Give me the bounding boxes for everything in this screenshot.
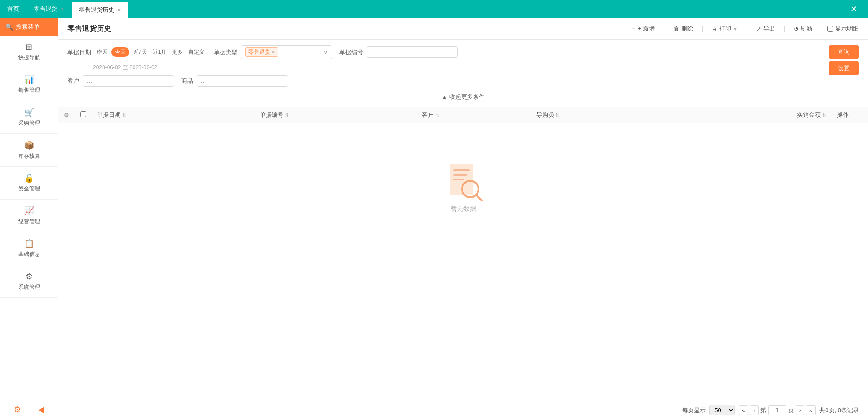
first-page-btn[interactable]: «: [739, 405, 748, 415]
search-menu[interactable]: 🔍 搜索菜单: [0, 18, 58, 36]
last-page-btn[interactable]: »: [806, 405, 816, 415]
total-info: 共0页, 0条记录: [819, 406, 859, 415]
col-settings: ⚙: [58, 107, 75, 123]
date-btn-7days[interactable]: 近7天: [131, 47, 149, 57]
pagination: 每页显示 50 100 200 « ‹ 第 页 › » 共0页, 0条记录: [58, 400, 868, 420]
goods-input[interactable]: ...: [197, 75, 288, 87]
tab-retail-return-history[interactable]: 零售退货历史 ✕: [72, 2, 128, 18]
new-icon: ＋: [630, 25, 636, 33]
sidebar-item-system[interactable]: ⚙ 系统管理: [0, 265, 58, 298]
content-area: 零售退货历史 ＋ + 新增 🗑 删除 🖨 打印 ▼: [58, 18, 868, 420]
table-settings-icon[interactable]: ⚙: [64, 112, 69, 118]
set-button[interactable]: 设置: [829, 61, 859, 75]
new-button[interactable]: ＋ + 新增: [627, 23, 658, 35]
voucher-type-tag-label: 零售退货: [248, 48, 270, 56]
col-guide[interactable]: 导购员 ⇅: [531, 107, 669, 123]
sidebar-item-finance-label: 资金管理: [18, 185, 40, 193]
svg-point-6: [466, 184, 469, 188]
print-button[interactable]: 🖨 打印 ▼: [708, 23, 741, 35]
col-voucher-date[interactable]: 单据日期 ⇅: [92, 107, 254, 123]
table-area: ⚙ 单据日期 ⇅ 单据编号 ⇅: [58, 107, 868, 400]
operations-icon: 📈: [24, 206, 34, 216]
tab-retail-return[interactable]: 零售退货 ✕: [26, 0, 72, 18]
sidebar-item-inventory-label: 库存核算: [18, 152, 40, 160]
sidebar-item-purchase-mgmt-label: 采购管理: [18, 119, 40, 127]
show-detail-checkbox[interactable]: [827, 26, 833, 32]
delete-button[interactable]: 🗑 删除: [670, 23, 697, 35]
col-guide-sort: ⇅: [555, 113, 559, 118]
voucher-no-input[interactable]: [367, 46, 458, 58]
date-range-display: 2023-06-02 至 2023-06-02: [93, 64, 820, 72]
collapse-label: 收起更多条件: [449, 93, 485, 101]
date-btn-1month[interactable]: 近1月: [151, 47, 169, 57]
filter-voucher-no: 单据编号: [339, 46, 458, 58]
col-actual-amount-label: 实销金额: [797, 111, 821, 118]
col-action: 操作: [832, 107, 868, 123]
tab-retail-return-close[interactable]: ✕: [60, 6, 64, 12]
date-btn-yesterday[interactable]: 昨天: [95, 47, 109, 57]
filter-row-1: 单据日期 昨天 今天 近7天 近1月 更多 自定义: [67, 45, 820, 59]
collapse-row: ▲ 收起更多条件: [67, 93, 859, 101]
table-header: ⚙ 单据日期 ⇅ 单据编号 ⇅: [58, 107, 868, 123]
sidebar-item-quick-nav[interactable]: ⊞ 快捷导航: [0, 36, 58, 68]
page-number-input[interactable]: [768, 405, 786, 415]
customer-input[interactable]: ...: [83, 75, 174, 87]
divider-5: [822, 26, 822, 32]
data-table: ⚙ 单据日期 ⇅ 单据编号 ⇅: [58, 107, 868, 123]
voucher-type-select[interactable]: 零售退货 ✕ ∨: [241, 45, 332, 59]
sidebar-item-purchase-mgmt[interactable]: 🛒 采购管理: [0, 101, 58, 134]
query-button[interactable]: 查询: [829, 45, 859, 59]
tab-retail-return-history-close[interactable]: ✕: [117, 7, 121, 13]
svg-rect-2: [453, 174, 467, 176]
page-header: 零售退货历史 ＋ + 新增 🗑 删除 🖨 打印 ▼: [58, 18, 868, 40]
refresh-label: 刷新: [801, 25, 812, 33]
sidebar-item-operations-label: 经营管理: [18, 218, 40, 225]
voucher-type-label: 单据类型: [214, 48, 237, 56]
filter-voucher-type: 单据类型 零售退货 ✕ ∨: [214, 45, 332, 59]
voucher-type-tag-close[interactable]: ✕: [272, 50, 275, 55]
print-icon: 🖨: [712, 26, 718, 32]
col-customer-label: 客户: [422, 111, 434, 118]
goods-label: 商品: [181, 77, 193, 85]
collapse-sidebar-icon[interactable]: ◀: [38, 405, 44, 415]
sidebar-item-operations[interactable]: 📈 经营管理: [0, 200, 58, 232]
page-title: 零售退货历史: [67, 24, 111, 34]
sidebar-item-basic-info[interactable]: 📋 基础信息: [0, 232, 58, 265]
customer-label: 客户: [67, 77, 79, 85]
divider-2: [702, 26, 703, 32]
col-action-label: 操作: [837, 111, 849, 118]
show-detail-label: 显示明细: [835, 25, 859, 33]
export-button[interactable]: ↗ 导出: [753, 23, 779, 35]
prev-page-btn[interactable]: ‹: [750, 405, 758, 415]
date-btn-more[interactable]: 更多: [170, 47, 185, 57]
empty-text: 暂无数据: [451, 205, 476, 213]
basic-info-icon: 📋: [24, 239, 34, 249]
settings-bottom-icon[interactable]: ⚙: [14, 405, 21, 415]
window-close-icon[interactable]: ✕: [847, 4, 861, 14]
col-customer[interactable]: 客户 ⇅: [416, 107, 531, 123]
sidebar-item-inventory[interactable]: 📦 库存核算: [0, 134, 58, 167]
collapse-up-icon: ▲: [442, 94, 447, 101]
tab-home[interactable]: 首页: [0, 0, 26, 18]
select-all-checkbox[interactable]: [80, 111, 86, 117]
tab-retail-return-history-label: 零售退货历史: [79, 6, 114, 14]
date-btn-today[interactable]: 今天: [111, 47, 129, 57]
export-label: 导出: [763, 25, 775, 33]
empty-icon: [441, 159, 486, 205]
date-btn-custom[interactable]: 自定义: [186, 47, 206, 57]
per-page-select[interactable]: 50 100 200: [709, 405, 735, 415]
refresh-button[interactable]: ↺ 刷新: [790, 23, 816, 35]
col-voucher-no-sort: ⇅: [285, 113, 288, 118]
inventory-icon: 📦: [24, 140, 34, 150]
collapse-button[interactable]: ▲ 收起更多条件: [442, 93, 485, 101]
col-actual-amount[interactable]: 实销金额 ⇅: [669, 107, 832, 123]
col-voucher-no[interactable]: 单据编号 ⇅: [254, 107, 417, 123]
filter-goods: 商品 ...: [181, 75, 288, 87]
next-page-btn[interactable]: ›: [796, 405, 804, 415]
voucher-type-tag: 零售退货 ✕: [245, 47, 278, 57]
purchase-mgmt-icon: 🛒: [24, 108, 34, 118]
sidebar-item-sales-mgmt[interactable]: 📊 销售管理: [0, 68, 58, 101]
sidebar-item-finance[interactable]: 🔒 资金管理: [0, 167, 58, 200]
print-dropdown-icon: ▼: [733, 26, 738, 31]
col-checkbox: [75, 107, 92, 123]
